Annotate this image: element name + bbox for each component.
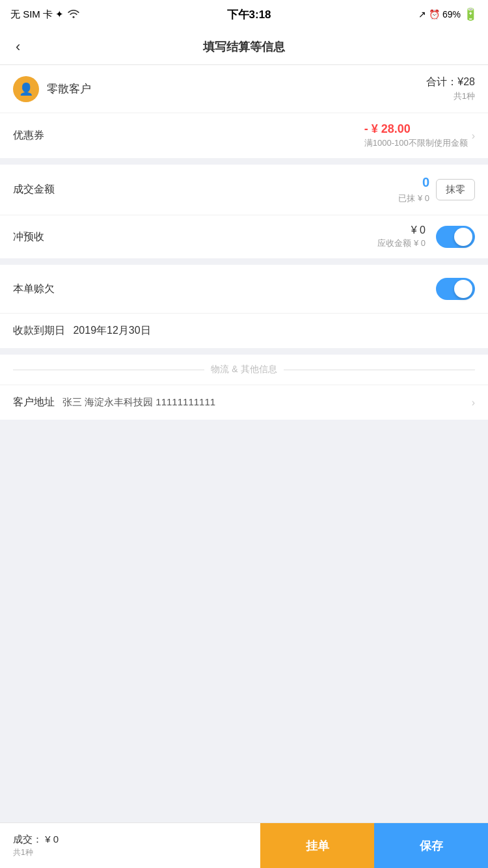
prepay-right: ¥ 0 应收金额 ¥ 0 bbox=[377, 224, 475, 249]
transaction-amount-container: 已抹 ¥ 0 bbox=[377, 175, 429, 204]
due-date-row: 收款到期日 2019年12月30日 bbox=[0, 313, 488, 348]
already-zeroed-label: 已抹 ¥ 0 bbox=[377, 193, 429, 204]
prepay-row: 冲预收 ¥ 0 应收金额 ¥ 0 bbox=[0, 215, 488, 258]
sim-status: 无 SIM 卡 ✦ bbox=[10, 8, 64, 21]
footer-transaction-label: 成交： bbox=[13, 834, 42, 845]
location-icon: ↗ bbox=[418, 9, 426, 20]
coupon-discount: - ¥ 28.00 bbox=[364, 122, 468, 136]
round-button[interactable]: 抹零 bbox=[436, 179, 475, 200]
wifi-icon bbox=[68, 9, 79, 20]
address-label: 客户地址 bbox=[13, 396, 55, 409]
back-button[interactable]: ‹ bbox=[10, 33, 25, 61]
nav-bar: ‹ 填写结算等信息 bbox=[0, 29, 488, 65]
chevron-right-icon: › bbox=[472, 130, 475, 142]
status-bar: 无 SIM 卡 ✦ 下午3:18 ↗ ⏰ 69% 🔋 bbox=[0, 0, 488, 29]
footer: 成交： ¥ 0 共1种 挂单 保存 bbox=[0, 822, 488, 868]
transaction-label: 成交金额 bbox=[13, 183, 55, 197]
address-value: 张三 海淀永丰科技园 11111111111 bbox=[62, 396, 472, 409]
receivable-amount: 应收金额 ¥ 0 bbox=[377, 237, 426, 249]
alarm-icon: ⏰ bbox=[429, 9, 440, 20]
customer-row: 👤 零散客户 合计：¥28 共1种 bbox=[0, 65, 488, 113]
pending-button[interactable]: 挂单 bbox=[260, 823, 374, 869]
address-chevron-icon: › bbox=[472, 397, 475, 409]
debt-label: 本单赊欠 bbox=[13, 282, 55, 296]
debt-toggle[interactable] bbox=[436, 278, 475, 300]
prepay-toggle[interactable] bbox=[436, 226, 475, 248]
customer-right: 合计：¥28 共1种 bbox=[426, 75, 475, 102]
transaction-right: 已抹 ¥ 0 抹零 bbox=[377, 175, 475, 204]
customer-section: 👤 零散客户 合计：¥28 共1种 优惠券 - ¥ 28.00 满1000-10… bbox=[0, 65, 488, 158]
logistics-divider: 物流 & 其他信息 bbox=[0, 355, 488, 385]
battery-level: 69% bbox=[442, 9, 461, 20]
status-left: 无 SIM 卡 ✦ bbox=[10, 8, 79, 21]
transaction-amount-input[interactable] bbox=[377, 175, 429, 190]
status-right: ↗ ⏰ 69% 🔋 bbox=[418, 7, 478, 21]
page-title: 填写结算等信息 bbox=[203, 39, 285, 55]
due-date-value: 2019年12月30日 bbox=[73, 325, 150, 336]
footer-info: 成交： ¥ 0 共1种 bbox=[0, 834, 260, 858]
debt-toggle-knob bbox=[454, 280, 472, 298]
transaction-row: 成交金额 已抹 ¥ 0 抹零 bbox=[0, 165, 488, 215]
customer-name: 零散客户 bbox=[47, 81, 91, 96]
battery-icon: 🔋 bbox=[463, 7, 478, 21]
customer-avatar: 👤 bbox=[13, 76, 39, 102]
debt-row: 本单赊欠 bbox=[0, 265, 488, 313]
transaction-section: 成交金额 已抹 ¥ 0 抹零 冲预收 ¥ 0 应收金额 ¥ 0 bbox=[0, 165, 488, 258]
coupon-label: 优惠券 bbox=[13, 129, 44, 142]
prepay-amount: ¥ 0 bbox=[377, 224, 426, 236]
coupon-right: - ¥ 28.00 满1000-100不限制使用金额 › bbox=[364, 122, 475, 149]
prepay-amounts: ¥ 0 应收金额 ¥ 0 bbox=[377, 224, 426, 249]
coupon-info: - ¥ 28.00 满1000-100不限制使用金额 bbox=[364, 122, 468, 149]
debt-section: 本单赊欠 收款到期日 2019年12月30日 bbox=[0, 265, 488, 348]
coupon-description: 满1000-100不限制使用金额 bbox=[364, 137, 468, 149]
total-count: 共1种 bbox=[426, 90, 475, 102]
logistics-section: 物流 & 其他信息 客户地址 张三 海淀永丰科技园 11111111111 › bbox=[0, 355, 488, 420]
customer-left: 👤 零散客户 bbox=[13, 76, 91, 102]
footer-count: 共1种 bbox=[13, 847, 247, 858]
footer-transaction-amount: 成交： ¥ 0 bbox=[13, 834, 247, 846]
footer-amount-value: ¥ 0 bbox=[45, 834, 59, 845]
prepay-label: 冲预收 bbox=[13, 230, 44, 244]
coupon-row[interactable]: 优惠券 - ¥ 28.00 满1000-100不限制使用金额 › bbox=[0, 113, 488, 158]
due-date-label: 收款到期日 bbox=[13, 325, 65, 336]
status-time: 下午3:18 bbox=[227, 7, 271, 22]
avatar-icon: 👤 bbox=[19, 82, 33, 96]
total-amount: 合计：¥28 bbox=[426, 75, 475, 89]
toggle-knob bbox=[454, 228, 472, 246]
save-button[interactable]: 保存 bbox=[374, 823, 488, 869]
address-row[interactable]: 客户地址 张三 海淀永丰科技园 11111111111 › bbox=[0, 385, 488, 420]
